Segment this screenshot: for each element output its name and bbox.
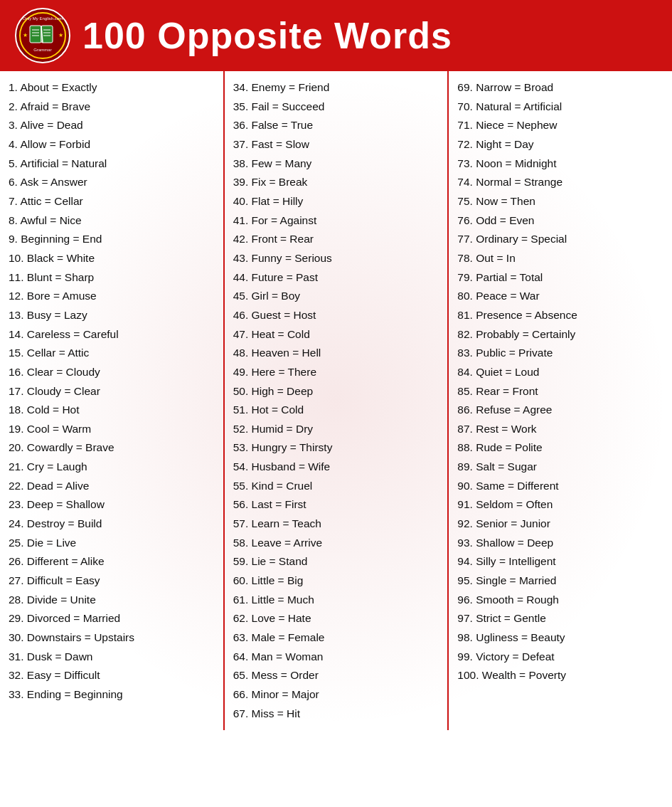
list-item: 13. Busy = Lazy: [9, 306, 218, 325]
list-item: 64. Man = Woman: [233, 648, 442, 667]
list-item: 56. Last = First: [233, 495, 442, 515]
list-item: 10. Black = White: [9, 249, 218, 268]
list-item: 92. Senior = Junior: [457, 515, 666, 534]
list-item: 97. Strict = Gentle: [457, 609, 666, 628]
svg-text:★: ★: [23, 32, 28, 38]
list-item: 52. Humid = Dry: [233, 420, 442, 439]
column-2: 34. Enemy = Friend35. Fail = Succeed36. …: [225, 71, 449, 730]
list-item: 2. Afraid = Brave: [9, 97, 218, 117]
list-item: 31. Dusk = Dawn: [9, 648, 218, 667]
list-item: 65. Mess = Order: [233, 666, 442, 685]
list-item: 94. Silly = Intelligent: [457, 552, 666, 571]
list-item: 70. Natural = Artificial: [457, 97, 666, 117]
list-item: 43. Funny = Serious: [233, 249, 442, 268]
list-item: 75. Now = Then: [457, 192, 666, 211]
list-item: 99. Victory = Defeat: [457, 648, 666, 667]
list-item: 25. Die = Live: [9, 534, 218, 553]
list-item: 85. Rear = Front: [457, 382, 666, 401]
page-title: 100 Opposite Words: [82, 14, 452, 57]
list-item: 58. Leave = Arrive: [233, 534, 442, 553]
list-item: 41. For = Against: [233, 211, 442, 231]
content-area: 1. About = Exactly2. Afraid = Brave3. Al…: [0, 71, 672, 730]
list-item: 26. Different = Alike: [9, 552, 218, 571]
header: Only My English.com Grammar ★ ★ 100 Oppo…: [0, 0, 672, 71]
list-item: 37. Fast = Slow: [233, 135, 442, 154]
logo-icon: Only My English.com Grammar ★ ★: [14, 7, 71, 64]
list-item: 45. Girl = Boy: [233, 287, 442, 306]
list-item: 44. Future = Past: [233, 268, 442, 288]
column-3: 69. Narrow = Broad70. Natural = Artifici…: [449, 71, 672, 730]
list-item: 9. Beginning = End: [9, 230, 218, 249]
list-item: 72. Night = Day: [457, 135, 666, 154]
list-item: 20. Cowardly = Brave: [9, 438, 218, 458]
list-item: 4. Allow = Forbid: [9, 135, 218, 154]
list-item: 57. Learn = Teach: [233, 515, 442, 534]
svg-text:Only My English.com: Only My English.com: [23, 16, 63, 21]
list-item: 84. Quiet = Loud: [457, 363, 666, 382]
list-item: 82. Probably = Certainly: [457, 325, 666, 344]
list-item: 50. High = Deep: [233, 382, 442, 401]
list-item: 28. Divide = Unite: [9, 591, 218, 610]
list-item: 8. Awful = Nice: [9, 211, 218, 231]
list-item: 88. Rude = Polite: [457, 438, 666, 458]
list-item: 95. Single = Married: [457, 571, 666, 591]
list-item: 1. About = Exactly: [9, 78, 218, 97]
list-item: 98. Ugliness = Beauty: [457, 628, 666, 648]
list-item: 30. Downstairs = Upstairs: [9, 628, 218, 648]
svg-text:★: ★: [58, 32, 63, 38]
list-item: 32. Easy = Difficult: [9, 666, 218, 685]
list-item: 89. Salt = Sugar: [457, 458, 666, 477]
svg-rect-2: [30, 26, 41, 43]
column-1: 1. About = Exactly2. Afraid = Brave3. Al…: [0, 71, 225, 730]
list-item: 14. Careless = Careful: [9, 325, 218, 344]
list-item: 100. Wealth = Poverty: [457, 666, 666, 685]
list-item: 91. Seldom = Often: [457, 495, 666, 515]
list-item: 6. Ask = Answer: [9, 173, 218, 192]
list-item: 71. Niece = Nephew: [457, 116, 666, 135]
list-item: 74. Normal = Strange: [457, 173, 666, 192]
list-item: 86. Refuse = Agree: [457, 401, 666, 420]
list-item: 17. Cloudy = Clear: [9, 382, 218, 401]
list-item: 11. Blunt = Sharp: [9, 268, 218, 288]
list-item: 78. Out = In: [457, 249, 666, 268]
svg-text:Grammar: Grammar: [33, 48, 51, 52]
list-item: 40. Flat = Hilly: [233, 192, 442, 211]
list-item: 48. Heaven = Hell: [233, 344, 442, 363]
list-item: 53. Hungry = Thirsty: [233, 438, 442, 458]
list-item: 33. Ending = Beginning: [9, 685, 218, 705]
list-item: 38. Few = Many: [233, 154, 442, 174]
list-item: 96. Smooth = Rough: [457, 591, 666, 610]
list-item: 69. Narrow = Broad: [457, 78, 666, 97]
list-item: 36. False = True: [233, 116, 442, 135]
list-item: 21. Cry = Laugh: [9, 458, 218, 477]
list-item: 34. Enemy = Friend: [233, 78, 442, 97]
list-item: 51. Hot = Cold: [233, 401, 442, 420]
list-item: 63. Male = Female: [233, 628, 442, 648]
list-item: 73. Noon = Midnight: [457, 154, 666, 174]
list-item: 19. Cool = Warm: [9, 420, 218, 439]
list-item: 7. Attic = Cellar: [9, 192, 218, 211]
list-item: 27. Difficult = Easy: [9, 571, 218, 591]
list-item: 12. Bore = Amuse: [9, 287, 218, 306]
list-item: 5. Artificial = Natural: [9, 154, 218, 174]
list-item: 66. Minor = Major: [233, 685, 442, 705]
list-item: 3. Alive = Dead: [9, 116, 218, 135]
list-item: 18. Cold = Hot: [9, 401, 218, 420]
list-item: 90. Same = Different: [457, 477, 666, 496]
list-item: 80. Peace = War: [457, 287, 666, 306]
list-item: 81. Presence = Absence: [457, 306, 666, 325]
list-item: 39. Fix = Break: [233, 173, 442, 192]
list-item: 47. Heat = Cold: [233, 325, 442, 344]
list-item: 29. Divorced = Married: [9, 609, 218, 628]
list-item: 60. Little = Big: [233, 571, 442, 591]
list-item: 49. Here = There: [233, 363, 442, 382]
list-item: 42. Front = Rear: [233, 230, 442, 249]
list-item: 67. Miss = Hit: [233, 705, 442, 724]
list-item: 59. Lie = Stand: [233, 552, 442, 571]
list-item: 87. Rest = Work: [457, 420, 666, 439]
list-item: 23. Deep = Shallow: [9, 495, 218, 515]
list-item: 93. Shallow = Deep: [457, 534, 666, 553]
list-item: 61. Little = Much: [233, 591, 442, 610]
list-item: 46. Guest = Host: [233, 306, 442, 325]
list-item: 83. Public = Private: [457, 344, 666, 363]
